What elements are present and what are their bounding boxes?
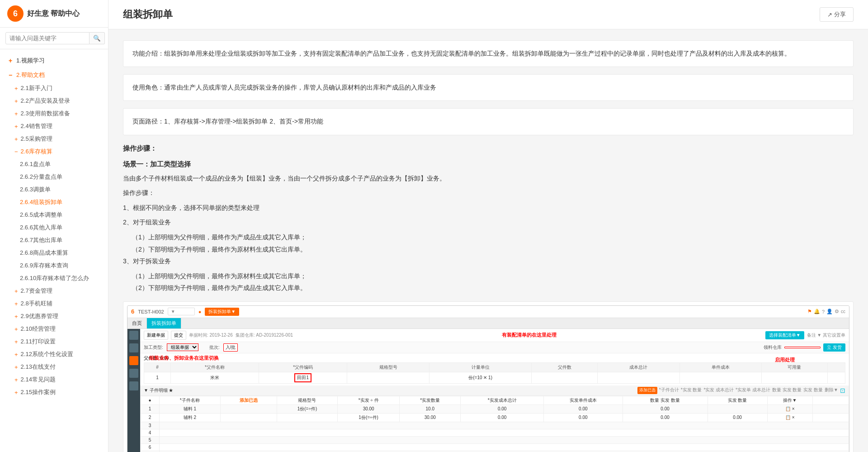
- mock-lr2-del: [813, 404, 849, 413]
- sidebar-item-2-6-5[interactable]: 2.6.5成本调整单: [13, 209, 108, 221]
- mock-lr2-num: 1: [141, 404, 160, 413]
- sidebar-item-help-docs[interactable]: − 2.帮助文档: [0, 68, 108, 82]
- nav-child-label-2-15: 2.15操作案例: [21, 388, 56, 396]
- mock-confirm-btn[interactable]: 立 发货: [823, 343, 845, 352]
- main-body: 功能介绍：组装拆卸单用来处理企业组装或拆卸等加工业务，支持有固定装配清单的产品加…: [108, 29, 868, 452]
- sidebar: 6 好生意 帮助中心 🔍 + 1.视频学习 − 2.帮助文档 + 2.1新手入门: [0, 0, 108, 452]
- path-intro-block: 页面路径：1、库存核算->库存管理->组装拆卸单 2、首页->常用功能: [123, 108, 854, 135]
- mock-lr3-qty2: 0.00: [623, 413, 708, 422]
- mock-lr3-qty: 30.00: [400, 413, 461, 422]
- sidebar-item-2-6-7[interactable]: 2.6.7其他出库单: [13, 234, 108, 247]
- mock-col-spec: 规格型号: [347, 362, 429, 372]
- mock-action-label: 备注 ▼ 其它设置单: [807, 332, 845, 338]
- plus-icon-2-11: +: [14, 338, 18, 345]
- sidebar-item-2-6-6[interactable]: 2.6.6其他入库单: [13, 221, 108, 234]
- nav-child-label-2-7: 2.7资金管理: [21, 287, 52, 295]
- sidebar-item-2-4[interactable]: + 2.4销售管理: [7, 120, 108, 133]
- sidebar-item-2-11[interactable]: + 2.11打印设置: [7, 335, 108, 348]
- nav-child-label-2-14: 2.14常见问题: [21, 376, 56, 384]
- sidebar-item-2-2[interactable]: + 2.2产品安装及登录: [7, 95, 108, 107]
- plus-icon-2-13: +: [14, 364, 18, 371]
- mock-header-icons: ⚑ 🔔 ? 👤 ⚙ cc: [807, 309, 845, 314]
- mock-lr3-name: 辅料 2: [159, 413, 220, 422]
- mock-child-avail: 实发 数量: [803, 387, 823, 394]
- mock-col-cost: 成本总计: [598, 362, 679, 372]
- sidebar-item-2-6-1[interactable]: 2.6.1盘点单: [13, 158, 108, 171]
- mock-lr1-col5: *实发 ÷ 件: [337, 396, 399, 404]
- plus-icon: +: [7, 57, 14, 64]
- mock-code-input[interactable]: 田田1: [294, 373, 311, 382]
- mock-warehouse-label: 领料仓库: [764, 344, 782, 351]
- mock-child-add-btn[interactable]: 添加已选: [637, 387, 657, 394]
- mock-btn-new[interactable]: 新建单据: [144, 331, 168, 340]
- mock-count-label: 批次:: [209, 344, 220, 351]
- screenshot-mockup: 6 TEST-H002 ▼ ● 拆装拆卸单▼ ⚑ 🔔 ? 👤 ⚙ cc: [127, 305, 849, 452]
- nav-grandchildren-2-6: 2.6.1盘点单 2.6.2分量盘点单 2.6.3调拨单 2.6.4组装拆卸单 …: [7, 158, 108, 285]
- sidebar-item-video-learning[interactable]: + 1.视频学习: [0, 54, 108, 67]
- mock-tab-home[interactable]: 自页: [127, 318, 147, 328]
- sidebar-item-2-8[interactable]: + 2.8手机旺辅: [7, 297, 108, 310]
- sidebar-item-2-1[interactable]: + 2.1新手入门: [7, 82, 108, 95]
- sidebar-item-2-15[interactable]: + 2.15操作案例: [7, 386, 108, 399]
- mock-user-icon: 👤: [826, 309, 833, 314]
- plus-icon-2-7: +: [14, 288, 18, 295]
- mock-lr1-col7: *实发成本总计: [461, 396, 544, 404]
- search-button[interactable]: 🔍: [90, 32, 105, 44]
- sidebar-item-2-10[interactable]: + 2.10经营管理: [7, 323, 108, 335]
- sidebar-item-2-14[interactable]: + 2.14常见问题: [7, 373, 108, 386]
- share-label: 分享: [834, 10, 846, 19]
- sidebar-item-2-6-4[interactable]: 2.6.4组装拆卸单: [13, 196, 108, 209]
- mock-select-bom-btn[interactable]: 选择装配清单▼: [765, 331, 804, 339]
- mock-lr3-num: 2: [141, 413, 160, 422]
- mock-lr3-avail: 0.00: [708, 413, 767, 422]
- sidebar-item-2-5[interactable]: + 2.5采购管理: [7, 133, 108, 145]
- mock-lr1-col4: 规格型号: [277, 396, 337, 404]
- mock-flag-icon: ⚑: [807, 309, 812, 314]
- nav-child-label-2-9: 2.9优惠券管理: [21, 312, 58, 320]
- mock-warehouse-input[interactable]: [784, 347, 821, 348]
- sidebar-item-2-3[interactable]: + 2.3使用前数据准备: [7, 107, 108, 120]
- mock-lr3-unit-cost: 0.00: [544, 413, 623, 422]
- mock-col-parent-sku: *父件名称: [170, 362, 259, 372]
- sidebar-item-2-6-2[interactable]: 2.6.2分量盘点单: [13, 171, 108, 183]
- mock-type-select[interactable]: 组装单据 拆卸单据: [167, 343, 198, 351]
- mock-upper-row-1: 1 米米 田田1 份(=10 ✕ 1): [144, 372, 845, 383]
- scenario1-desc: 当由多个子件材料组装成一个成品的业务为【组装】业务，当由一个父件拆分成多个子产品…: [123, 172, 854, 185]
- logo-icon: 6: [7, 5, 24, 22]
- minus-icon: −: [7, 72, 14, 78]
- role-intro-block: 使用角色：通常由生产人员或库管人员完成拆装业务的操作，库管人员确认原材料的出库和…: [123, 74, 854, 101]
- mock-empty2-rest: [159, 429, 849, 436]
- mock-lr2-op: 📋 ×: [767, 404, 812, 413]
- mock-lower-row-1: ● *子件名称 添加已选 规格型号 *实发 ÷ 件 *实发数量 *实发成本总计 …: [141, 396, 849, 404]
- op-steps-label: 操作步骤：: [123, 187, 854, 199]
- mock-col-actions: [827, 362, 845, 372]
- sidebar-item-2-6-10[interactable]: 2.6.10库存账本错了怎么办: [13, 272, 108, 285]
- feature-intro-block: 功能介绍：组装拆卸单用来处理企业组装或拆卸等加工业务，支持有固定装配清单的产品加…: [123, 40, 854, 67]
- sidebar-item-2-6-3[interactable]: 2.6.3调拨单: [13, 183, 108, 196]
- sidebar-item-2-6[interactable]: − 2.6库存核算: [7, 145, 108, 158]
- mock-tab-list[interactable]: 拆装拆卸单: [147, 318, 181, 328]
- mock-annotation-3: 启用处理: [775, 357, 795, 363]
- page-title: 组装拆卸单: [123, 8, 173, 21]
- sidebar-item-2-6-8[interactable]: 2.6.8商品成本重算: [13, 247, 108, 259]
- sidebar-item-2-13[interactable]: + 2.13在线支付: [7, 361, 108, 373]
- mock-batch-input[interactable]: 入/批: [223, 343, 238, 352]
- mock-child-qty: *实发 数量: [681, 387, 702, 394]
- share-button[interactable]: ↗ 分享: [820, 7, 854, 22]
- search-input[interactable]: [5, 32, 90, 44]
- mock-cell-cost-total: [598, 372, 679, 383]
- mock-empty2-num: 4: [141, 429, 160, 436]
- sidebar-item-2-6-9[interactable]: 2.6.9库存账本查询: [13, 259, 108, 272]
- sidebar-item-2-9[interactable]: + 2.9优惠券管理: [7, 310, 108, 323]
- plus-icon-2-5: +: [14, 136, 18, 143]
- mock-app-name: TEST-H002: [138, 309, 164, 314]
- sidebar-item-2-12[interactable]: + 2.12系统个性化设置: [7, 348, 108, 361]
- nav-child-label-2-1: 2.1新手入门: [21, 84, 52, 92]
- step-2-2: （2）下部明细为子件明细，最终作为原材料生成其它出库单。: [123, 243, 854, 256]
- nav-section-1: + 1.视频学习: [0, 54, 108, 67]
- sidebar-item-2-7[interactable]: + 2.7资金管理: [7, 285, 108, 297]
- mock-btn-save[interactable]: 提交: [171, 331, 186, 340]
- nav-child-label-2-6: 2.6库存核算: [21, 147, 52, 156]
- mock-new-order-btn[interactable]: 拆装拆卸单▼: [205, 308, 239, 316]
- mock-settings-icon: ⚙: [835, 309, 839, 314]
